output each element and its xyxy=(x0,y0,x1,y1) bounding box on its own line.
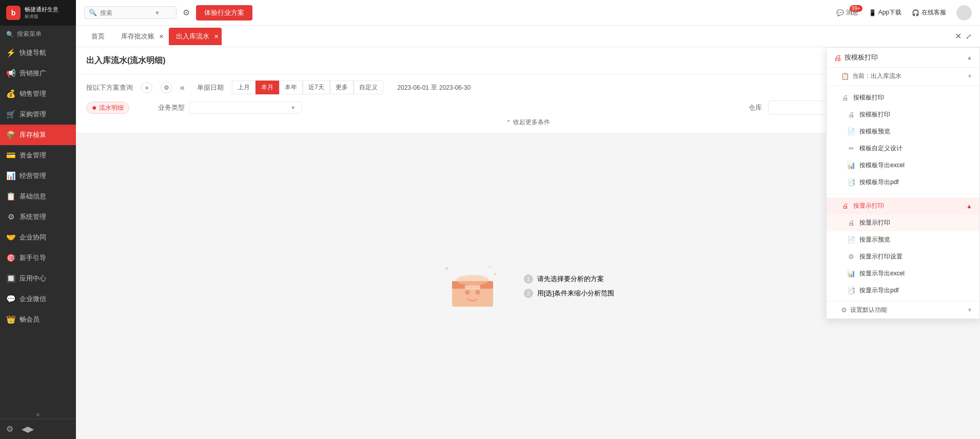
dropdown-template-export-excel-btn[interactable]: 📊 按模板导出excel xyxy=(827,157,979,174)
filter-scheme-button[interactable]: ⚙ xyxy=(161,82,172,93)
maximize-window-icon[interactable]: ⤢ xyxy=(966,32,972,41)
dropdown-template-export-pdf-btn[interactable]: 📑 按模板导出pdf xyxy=(827,174,979,191)
disp-excel-label: 按显示导出excel xyxy=(859,269,905,278)
date-range-start: 2023-06-01 xyxy=(398,84,429,91)
svg-text:✦: ✦ xyxy=(493,271,497,277)
sidebar-item-sales[interactable]: 💰 销售管理 xyxy=(0,84,76,104)
sidebar-item-wechat[interactable]: 💬 企业微信 xyxy=(0,289,76,309)
topbar-gear-icon[interactable]: ⚙ xyxy=(183,8,190,17)
sales-icon: 💰 xyxy=(6,89,15,98)
sidebar-item-label: 经营管理 xyxy=(19,171,46,181)
svg-point-5 xyxy=(475,290,480,295)
dropdown-template-preview-btn[interactable]: 📄 按模板预览 xyxy=(827,123,979,140)
date-btn-last-month[interactable]: 上月 xyxy=(232,81,256,94)
filter-add-button[interactable]: + xyxy=(141,82,152,93)
dropdown-display-settings-btn[interactable]: ⚙ 按显示打印设置 xyxy=(827,248,979,265)
date-btn-7days[interactable]: 近7天 xyxy=(303,81,330,94)
display-section-icon: 🖨 xyxy=(841,202,849,210)
template-section-icon: 🖨 xyxy=(841,94,849,102)
online-service-button[interactable]: 🎧 在线客服 xyxy=(912,8,946,17)
topbar-search-input[interactable] xyxy=(100,9,151,16)
tab-home-label: 首页 xyxy=(91,32,105,41)
footer-label: 设置默认功能 xyxy=(850,306,887,314)
sidebar-item-label: 采购管理 xyxy=(19,110,46,119)
sidebar-item-operations[interactable]: 📊 经营管理 xyxy=(0,166,76,186)
dropdown-display-print-btn[interactable]: 🖨 按显示打印 xyxy=(827,214,979,231)
filter-tag[interactable]: ● 流水明细 xyxy=(86,102,129,114)
tpl-preview-label: 按模板预览 xyxy=(859,127,890,136)
warehouse-label: 仓库 xyxy=(749,103,762,112)
sidebar-item-app-center[interactable]: 🔲 应用中心 xyxy=(0,268,76,289)
sidebar-item-label: 畅会员 xyxy=(19,315,40,324)
tab-inventory-batch-close[interactable]: ✕ xyxy=(159,33,164,39)
dropdown-footer[interactable]: ⚙ 设置默认功能 ▼ xyxy=(827,301,979,318)
sidebar-nav: ⚡ 快捷导航 📢 营销推广 💰 销售管理 🛒 采购管理 📦 库存核算 💳 资金管… xyxy=(0,43,76,411)
sidebar-item-newbie[interactable]: 🎯 新手引导 xyxy=(0,248,76,268)
sidebar-bottom: ⚙ ◀▶ xyxy=(0,418,76,439)
current-icon: 📋 xyxy=(841,72,849,80)
user-avatar[interactable] xyxy=(956,5,972,21)
date-btn-this-month[interactable]: 本月 xyxy=(256,81,279,94)
app-download-button[interactable]: 📱 App下载 xyxy=(869,8,901,17)
close-window-icon[interactable]: ✕ xyxy=(955,31,962,41)
sidebar-item-label: 销售管理 xyxy=(19,89,46,98)
search-caret-icon: ▼ xyxy=(154,10,160,16)
svg-point-3 xyxy=(456,275,489,285)
purchase-icon: 🛒 xyxy=(6,110,15,119)
empty-state: ✦ ✦ ✦ 1 请先选择要分析的方案 2 用[选]条件来缩小分析范围 xyxy=(442,261,614,312)
sidebar-item-purchase[interactable]: 🛒 采购管理 xyxy=(0,104,76,125)
disp-print-icon: 🖨 xyxy=(847,219,855,227)
sidebar-item-finance[interactable]: 💳 资金管理 xyxy=(0,145,76,166)
sidebar-item-label: 企业微信 xyxy=(19,294,46,304)
filter-scheme-label: 按以下方案查询 xyxy=(86,83,133,92)
collapse-sidebar-icon[interactable]: ◀▶ xyxy=(22,424,34,434)
sidebar-item-member[interactable]: 👑 畅会员 xyxy=(0,309,76,330)
tab-bar: 首页 库存批次账 ✕ 出入库流水 ✕ ✕ ⤢ xyxy=(76,26,980,47)
tab-inout-flow[interactable]: 出入库流水 ✕ xyxy=(169,28,222,45)
date-btn-custom[interactable]: 自定义 xyxy=(354,81,383,94)
dropdown-display-export-pdf-btn[interactable]: 📑 按显示导出pdf xyxy=(827,282,979,299)
topbar-search-box[interactable]: 🔍 ▼ xyxy=(84,6,177,19)
sidebar-item-marketing[interactable]: 📢 营销推广 xyxy=(0,63,76,84)
sidebar-item-quick-nav[interactable]: ⚡ 快捷导航 xyxy=(0,43,76,63)
tpl-pdf-label: 按模板导出pdf xyxy=(859,178,899,187)
settings-icon[interactable]: ⚙ xyxy=(6,424,13,434)
sidebar-item-basic-info[interactable]: 📋 基础信息 xyxy=(0,186,76,207)
tpl-design-label: 模板自定义设计 xyxy=(859,144,903,153)
dropdown-header-icon: 🖨 xyxy=(834,53,841,62)
sidebar-item-label: 基础信息 xyxy=(19,192,46,201)
tab-home[interactable]: 首页 xyxy=(84,28,112,45)
dropdown-template-print-btn[interactable]: 🖨 按模板打印 xyxy=(827,106,979,123)
quick-nav-icon: ⚡ xyxy=(6,48,15,57)
sidebar-item-system[interactable]: ⚙ 系统管理 xyxy=(0,207,76,227)
tab-inventory-batch[interactable]: 库存批次账 ✕ xyxy=(114,28,167,45)
dropdown-template-design-btn[interactable]: ✏ 模板自定义设计 xyxy=(827,140,979,157)
filter-collapse-icon[interactable]: « xyxy=(180,83,185,92)
sidebar-item-label: 库存核算 xyxy=(19,130,46,139)
tpl-excel-icon: 📊 xyxy=(847,162,855,169)
dropdown-current[interactable]: 📋 当前：出入库流水 ▼ xyxy=(827,68,979,85)
business-type-select[interactable]: ▼ xyxy=(189,102,302,114)
dropdown-display-print-header[interactable]: 🖨 按显示打印 ▲ xyxy=(827,197,979,214)
dropdown-display-preview-btn[interactable]: 📄 按显示预览 xyxy=(827,231,979,248)
filter-date-label: 单据日期 xyxy=(197,83,224,92)
sidebar-item-label: 应用中心 xyxy=(19,274,46,283)
industry-solution-button[interactable]: 体验行业方案 xyxy=(196,5,252,21)
message-button[interactable]: 💬 消息 99+ xyxy=(836,8,858,17)
search-menu-item[interactable]: 🔍 搜索菜单 xyxy=(0,26,76,43)
dropdown-close-arrow[interactable]: ▲ xyxy=(967,54,972,61)
tab-inout-flow-close[interactable]: ✕ xyxy=(214,33,219,39)
sidebar-item-label: 系统管理 xyxy=(19,212,46,222)
date-btn-more[interactable]: 更多 xyxy=(330,81,354,94)
app-logo: b 畅捷通好生意 标准版 xyxy=(0,0,76,26)
dropdown-template-print-header[interactable]: 🖨 按模板打印 xyxy=(827,89,979,106)
collapse-conditions-button[interactable]: ⌃ 收起更多条件 xyxy=(506,118,550,127)
sidebar-item-inventory[interactable]: 📦 库存核算 xyxy=(0,125,76,145)
system-icon: ⚙ xyxy=(6,212,15,222)
svg-text:✦: ✦ xyxy=(444,265,449,272)
dropdown-display-export-excel-btn[interactable]: 📊 按显示导出excel xyxy=(827,265,979,282)
current-arrow: ▼ xyxy=(967,73,972,79)
date-btn-this-year[interactable]: 本年 xyxy=(279,81,303,94)
app-version: 标准版 xyxy=(25,13,58,20)
sidebar-item-enterprise[interactable]: 🤝 企业协同 xyxy=(0,227,76,248)
